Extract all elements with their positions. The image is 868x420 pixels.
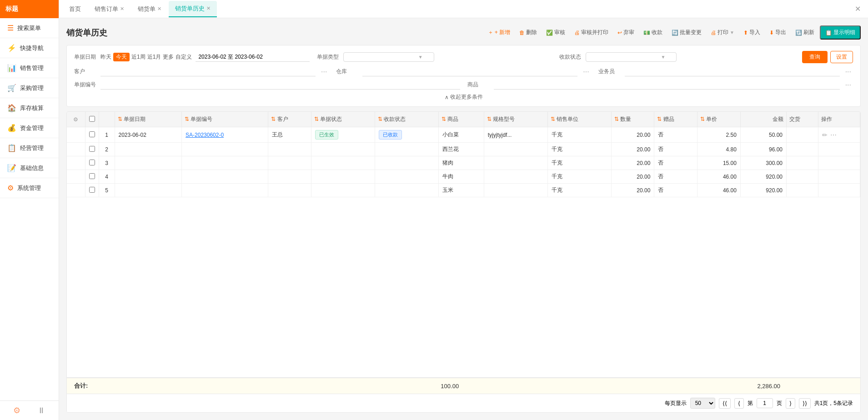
collect-status-select[interactable]: ▼ xyxy=(586,52,677,62)
col-gift[interactable]: ⇅ 赠品 xyxy=(654,112,697,127)
batch-change-button[interactable]: 🔄 批量变更 xyxy=(668,27,705,38)
collect-button[interactable]: 💵 收款 xyxy=(640,27,666,38)
customer-dots-icon[interactable]: ··· xyxy=(319,68,329,76)
cell-customer: 王总 xyxy=(268,127,311,143)
cell-doc-status: 已生效 xyxy=(311,127,375,143)
cell-goods: 西兰花 xyxy=(438,143,484,156)
per-page-select[interactable]: 50 100 200 xyxy=(690,398,715,409)
cell-doc-no xyxy=(182,170,268,184)
abandon-button[interactable]: ↩ 弃审 xyxy=(614,27,638,38)
shortcut-today[interactable]: 今天 xyxy=(113,53,130,61)
delete-button[interactable]: 🗑 删除 xyxy=(516,27,541,38)
cell-action xyxy=(818,170,860,184)
tab-sales-delivery[interactable]: 销货单 ✕ xyxy=(131,1,168,17)
new-button[interactable]: ＋ + 新增 xyxy=(484,27,514,38)
tab-home[interactable]: 首页 xyxy=(63,1,87,17)
col-collect-status[interactable]: ⇅ 收款状态 xyxy=(375,112,439,127)
more-action-icon[interactable]: ⋯ xyxy=(830,131,837,139)
sidebar-item-finance[interactable]: 💰 资金管理 xyxy=(0,118,59,138)
date-range-input[interactable] xyxy=(196,52,309,62)
row-checkbox[interactable] xyxy=(89,187,95,193)
col-date[interactable]: ⇅ 单据日期 xyxy=(115,112,182,127)
row-checkbox[interactable] xyxy=(89,131,95,137)
cell-transaction xyxy=(787,156,818,170)
display-button[interactable]: 📋 显示明细 xyxy=(820,25,861,40)
col-doc-status[interactable]: ⇅ 单据状态 xyxy=(311,112,375,127)
shortcut-yesterday[interactable]: 昨天 xyxy=(100,53,111,61)
sidebar-item-sales-mgmt[interactable]: 📊 销售管理 xyxy=(0,58,59,78)
sidebar-item-inventory[interactable]: 🏠 库存核算 xyxy=(0,98,59,118)
goods-input[interactable] xyxy=(494,80,840,90)
page-input[interactable] xyxy=(757,398,773,408)
col-amount[interactable]: 金额 xyxy=(740,112,786,127)
sidebar-item-search-menu[interactable]: ☰ 搜索菜单 xyxy=(0,18,59,38)
collapse-button[interactable]: ∧ 收起更多条件 xyxy=(445,93,483,101)
delete-icon: 🗑 xyxy=(519,30,525,36)
review-print-button[interactable]: 🖨 审核并打印 xyxy=(571,27,612,38)
staff-input[interactable] xyxy=(625,67,840,76)
tab-sales-order-close[interactable]: ✕ xyxy=(120,6,124,12)
shortcut-custom[interactable]: 自定义 xyxy=(176,53,192,61)
col-unit-price[interactable]: ⇅ 单价 xyxy=(697,112,741,127)
refresh-button[interactable]: 🔃 刷新 xyxy=(792,27,818,38)
edit-action-icon[interactable]: ✏ xyxy=(822,131,828,139)
prev-page-button[interactable]: ⟨ xyxy=(734,398,744,409)
goods-dots-icon[interactable]: ··· xyxy=(843,81,853,89)
select-all-checkbox[interactable] xyxy=(89,116,95,122)
col-spec[interactable]: ⇅ 规格型号 xyxy=(484,112,547,127)
sidebar-item-sys-mgmt[interactable]: ⚙ 系统管理 xyxy=(0,178,59,198)
cell-spec: tyjyjtyjdf... xyxy=(484,127,547,143)
doc-type-select[interactable]: ▼ xyxy=(343,52,434,62)
shortcut-week[interactable]: 近1周 xyxy=(131,53,146,61)
first-page-button[interactable]: ⟨⟨ xyxy=(719,398,731,409)
row-checkbox[interactable] xyxy=(89,173,95,179)
export-button[interactable]: ⬇ 导出 xyxy=(766,27,790,38)
sidebar-item-purchase-mgmt[interactable]: 🛒 采购管理 xyxy=(0,78,59,98)
cell-goods: 牛肉 xyxy=(438,170,484,184)
next-page-button[interactable]: ⟩ xyxy=(786,398,795,409)
shortcut-month[interactable]: 近1月 xyxy=(147,53,161,61)
goods-label: 商品 xyxy=(467,81,490,89)
sidebar-item-ops[interactable]: 📋 经营管理 xyxy=(0,138,59,158)
last-page-button[interactable]: ⟩⟩ xyxy=(799,398,811,409)
sidebar-item-basic-info[interactable]: 📝 基础信息 xyxy=(0,158,59,178)
cell-settings xyxy=(67,170,85,184)
tab-sales-history-close[interactable]: ✕ xyxy=(206,5,211,11)
close-all-tabs-icon[interactable]: ✕ xyxy=(851,5,864,13)
sidebar-pause-icon[interactable]: ⏸ xyxy=(37,406,45,415)
doc-no-link[interactable]: SA-20230602-0 xyxy=(186,132,224,138)
shortcut-more[interactable]: 更多 xyxy=(163,53,174,61)
tab-sales-delivery-label: 销货单 xyxy=(138,5,156,13)
col-customer[interactable]: ⇅ 客户 xyxy=(268,112,311,127)
print-button[interactable]: 🖨 打印 ▼ xyxy=(707,27,738,38)
row-checkbox[interactable] xyxy=(89,160,95,165)
cell-collect-status xyxy=(375,184,439,197)
col-settings[interactable]: ⚙ xyxy=(67,112,85,127)
review-button[interactable]: ✅ 审核 xyxy=(542,27,569,38)
sidebar-settings-icon[interactable]: ⚙ xyxy=(13,405,20,415)
import-button[interactable]: ⬆ 导入 xyxy=(740,27,764,38)
col-goods[interactable]: ⇅ 商品 xyxy=(438,112,484,127)
cell-spec xyxy=(484,143,547,156)
docno-input[interactable] xyxy=(100,80,460,90)
collect-status-label: 收款状态 xyxy=(559,53,582,61)
warehouse-dots-icon[interactable]: ··· xyxy=(581,68,591,76)
tab-sales-delivery-close[interactable]: ✕ xyxy=(157,6,161,12)
cell-date xyxy=(115,156,182,170)
col-qty[interactable]: ⇅ 数量 xyxy=(611,112,654,127)
col-docno[interactable]: ⇅ 单据编号 xyxy=(182,112,268,127)
customer-input[interactable] xyxy=(100,67,316,76)
filter-settings-button[interactable]: 设置 xyxy=(830,51,853,63)
sidebar-item-quick-nav[interactable]: ⚡ 快捷导航 xyxy=(0,38,59,58)
ops-icon: 📋 xyxy=(7,144,16,152)
tab-sales-history[interactable]: 销货单历史 ✕ xyxy=(169,1,217,17)
row-checkbox[interactable] xyxy=(89,146,95,152)
query-button[interactable]: 查询 xyxy=(802,51,828,63)
tab-sales-order[interactable]: 销售订单 ✕ xyxy=(88,1,130,17)
col-sales-unit[interactable]: ⇅ 销售单位 xyxy=(547,112,611,127)
cell-doc-status xyxy=(311,170,375,184)
staff-dots-icon[interactable]: ··· xyxy=(843,68,853,76)
cell-collect-status: 已收款 xyxy=(375,127,439,143)
warehouse-input[interactable] xyxy=(362,67,577,76)
cell-unit-price: 2.50 xyxy=(697,127,741,143)
